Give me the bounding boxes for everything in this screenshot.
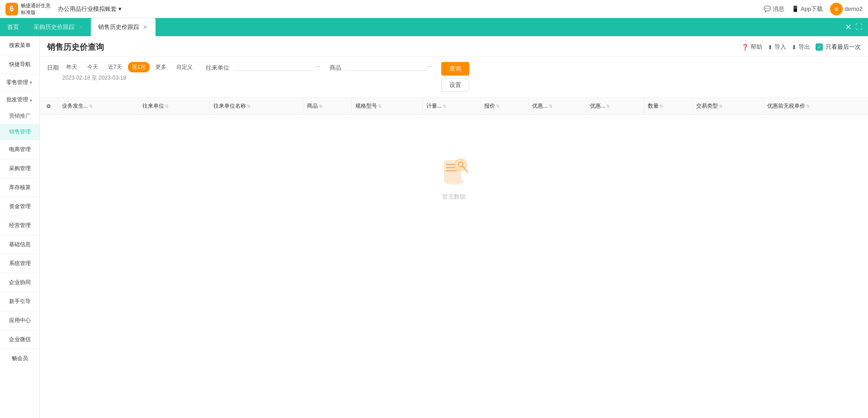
table-col-biz-date: 业务发生...⇅ bbox=[58, 98, 138, 115]
sidebar-item-search[interactable]: 搜索菜单 bbox=[0, 36, 39, 55]
sidebar-item-member[interactable]: 畅会员 bbox=[0, 349, 39, 368]
sidebar-corp-collab-label: 企业协同 bbox=[9, 279, 31, 286]
import-action[interactable]: ⬆ 导入 bbox=[768, 43, 786, 51]
date-range-display: 2023-02-18 至 2023-03-18 bbox=[62, 74, 197, 82]
filter-bar: 日期 昨天 今天 近7天 近1月 更多 自定义 2023-02-18 至 202… bbox=[40, 57, 868, 98]
sidebar-item-corp-collab[interactable]: 企业协同 bbox=[0, 273, 39, 292]
goods-input-picker[interactable]: ··· bbox=[426, 62, 432, 71]
date-filter-group: 日期 昨天 今天 近7天 近1月 更多 自定义 2023-02-18 至 202… bbox=[47, 62, 197, 82]
sidebar-wholesale-label: 批发管理 bbox=[6, 96, 28, 104]
tab-sales-history-close[interactable]: ✕ bbox=[142, 23, 148, 31]
sidebar-sales-mgmt-label: 销售管理 bbox=[9, 128, 31, 135]
sidebar-item-quick-nav[interactable]: 快捷导航 bbox=[0, 55, 39, 74]
only-last-checkbox[interactable]: ✓ bbox=[816, 43, 823, 51]
sidebar-item-wholesale[interactable]: 批发管理 ▲ bbox=[0, 91, 39, 108]
sidebar-system-label: 系统管理 bbox=[9, 260, 31, 267]
date-btn-yesterday[interactable]: 昨天 bbox=[62, 62, 81, 72]
sidebar: 搜索菜单 快捷导航 零售管理 ▼ 批发管理 ▲ 营销推广 销售管理 bbox=[0, 36, 40, 418]
sidebar-operations-label: 经营管理 bbox=[9, 222, 31, 229]
sidebar-app-center-label: 应用中心 bbox=[9, 317, 31, 324]
top-bar-left: 6 畅捷通好生意 标准版 办公用品行业模拟账套 ▾ bbox=[5, 2, 125, 15]
tab-purchase-history-label: 采购历史价跟踪 bbox=[33, 23, 75, 31]
app-selector[interactable]: 办公用品行业模拟账套 ▾ bbox=[54, 3, 125, 15]
tab-close-all-icon[interactable]: ✕ bbox=[845, 22, 852, 32]
help-icon: ❓ bbox=[741, 44, 749, 51]
help-action[interactable]: ❓ 帮助 bbox=[741, 43, 762, 51]
table-container: ⚙ 业务发生...⇅ 往来单位⇅ 往来单位名称⇅ 商品⇅ bbox=[40, 98, 868, 418]
table-col-goods: 商品⇅ bbox=[303, 98, 351, 115]
goods-input-container: ··· bbox=[345, 62, 432, 71]
table-col-discount2: 优惠...⇅ bbox=[586, 98, 644, 115]
sidebar-finance-label: 资金管理 bbox=[9, 203, 31, 210]
tab-purchase-history-close[interactable]: ✕ bbox=[77, 23, 84, 31]
date-options: 昨天 今天 近7天 近1月 更多 自定义 2023-02-18 至 2023-0… bbox=[62, 62, 197, 82]
sidebar-item-retail[interactable]: 零售管理 ▼ bbox=[0, 74, 39, 91]
tab-bar-actions: ✕ ⛶ bbox=[840, 18, 868, 36]
date-btn-custom[interactable]: 自定义 bbox=[172, 62, 197, 72]
svg-line-7 bbox=[464, 168, 467, 172]
sidebar-inventory-label: 库存核算 bbox=[9, 184, 31, 191]
sidebar-retail-arrow: ▼ bbox=[29, 80, 33, 85]
page-header: 销售历史价查询 ❓ 帮助 ⬆ 导入 ⬇ 导出 ✓ 只看最后一次 bbox=[40, 36, 868, 57]
sidebar-item-ecommerce[interactable]: 电商管理 bbox=[0, 140, 39, 159]
logo-area: 6 畅捷通好生意 标准版 bbox=[5, 2, 51, 15]
goods-input[interactable] bbox=[345, 62, 426, 71]
partner-input-picker[interactable]: ··· bbox=[314, 62, 320, 71]
table-col-gear[interactable]: ⚙ bbox=[40, 98, 58, 115]
sidebar-item-newbie-guide[interactable]: 新手引导 bbox=[0, 292, 39, 311]
sidebar-item-operations[interactable]: 经营管理 bbox=[0, 216, 39, 235]
partner-filter-group: 往来单位 ··· bbox=[206, 62, 320, 72]
user-avatar: d bbox=[830, 3, 843, 15]
app-download-label: App下载 bbox=[801, 5, 823, 13]
message-button[interactable]: 💬 消息 bbox=[764, 5, 784, 13]
sidebar-item-finance[interactable]: 资金管理 bbox=[0, 197, 39, 216]
tab-purchase-history[interactable]: 采购历史价跟踪 ✕ bbox=[26, 18, 91, 36]
date-btn-7days[interactable]: 近7天 bbox=[104, 62, 126, 72]
table-col-qty: 数量⇅ bbox=[644, 98, 693, 115]
help-label: 帮助 bbox=[750, 43, 762, 51]
sidebar-item-corp-wechat[interactable]: 企业微信 bbox=[0, 330, 39, 349]
date-btn-more[interactable]: 更多 bbox=[151, 62, 170, 72]
message-label: 消息 bbox=[773, 5, 784, 13]
sidebar-item-basic-info[interactable]: 基础信息 bbox=[0, 235, 39, 254]
message-icon: 💬 bbox=[764, 5, 771, 12]
phone-icon: 📱 bbox=[792, 5, 799, 12]
sidebar-ecommerce-label: 电商管理 bbox=[9, 146, 31, 153]
goods-filter-label: 商品 bbox=[330, 62, 341, 72]
sidebar-basic-info-label: 基础信息 bbox=[9, 241, 31, 248]
export-action[interactable]: ⬇ 导出 bbox=[792, 43, 810, 51]
sidebar-sub-item-sales-mgmt[interactable]: 销售管理 bbox=[0, 124, 39, 140]
user-profile[interactable]: d demo2 bbox=[830, 3, 863, 15]
export-icon: ⬇ bbox=[792, 44, 797, 51]
query-button[interactable]: 查询 bbox=[441, 62, 469, 76]
import-icon: ⬆ bbox=[768, 44, 773, 51]
app-download-button[interactable]: 📱 App下载 bbox=[792, 5, 823, 13]
tab-maximize-icon[interactable]: ⛶ bbox=[855, 23, 863, 31]
settings-button[interactable]: 设置 bbox=[441, 78, 469, 92]
tab-home[interactable]: 首页 bbox=[0, 18, 26, 36]
content-area: 销售历史价查询 ❓ 帮助 ⬆ 导入 ⬇ 导出 ✓ 只看最后一次 bbox=[40, 36, 868, 418]
sidebar-search-label: 搜索菜单 bbox=[9, 42, 31, 49]
table-col-discount1: 优惠...⇅ bbox=[528, 98, 586, 115]
import-label: 导入 bbox=[774, 43, 786, 51]
tab-home-label: 首页 bbox=[7, 23, 19, 31]
partner-filter-label: 往来单位 bbox=[206, 62, 229, 72]
date-btn-today[interactable]: 今天 bbox=[83, 62, 102, 72]
empty-text: 暂无数据 bbox=[442, 193, 466, 201]
only-last-checkbox-label[interactable]: ✓ 只看最后一次 bbox=[816, 43, 861, 51]
export-label: 导出 bbox=[798, 43, 810, 51]
date-btn-1month[interactable]: 近1月 bbox=[128, 62, 150, 72]
sidebar-item-inventory[interactable]: 库存核算 bbox=[0, 178, 39, 197]
sidebar-sub-item-marketing[interactable]: 营销推广 bbox=[0, 108, 39, 124]
main-layout: 搜索菜单 快捷导航 零售管理 ▼ 批发管理 ▲ 营销推广 销售管理 bbox=[0, 36, 868, 418]
sidebar-item-app-center[interactable]: 应用中心 bbox=[0, 311, 39, 330]
date-filter-label: 日期 bbox=[47, 62, 59, 72]
filter-actions: 查询 设置 bbox=[441, 62, 469, 92]
sidebar-item-purchase[interactable]: 采购管理 bbox=[0, 159, 39, 178]
sidebar-item-system[interactable]: 系统管理 bbox=[0, 254, 39, 273]
partner-input[interactable] bbox=[233, 62, 314, 71]
only-last-label: 只看最后一次 bbox=[826, 43, 861, 51]
tab-sales-history[interactable]: 销售历史价跟踪 ✕ bbox=[91, 18, 156, 36]
sidebar-retail-label: 零售管理 bbox=[6, 79, 28, 86]
date-buttons: 昨天 今天 近7天 近1月 更多 自定义 bbox=[62, 62, 197, 72]
